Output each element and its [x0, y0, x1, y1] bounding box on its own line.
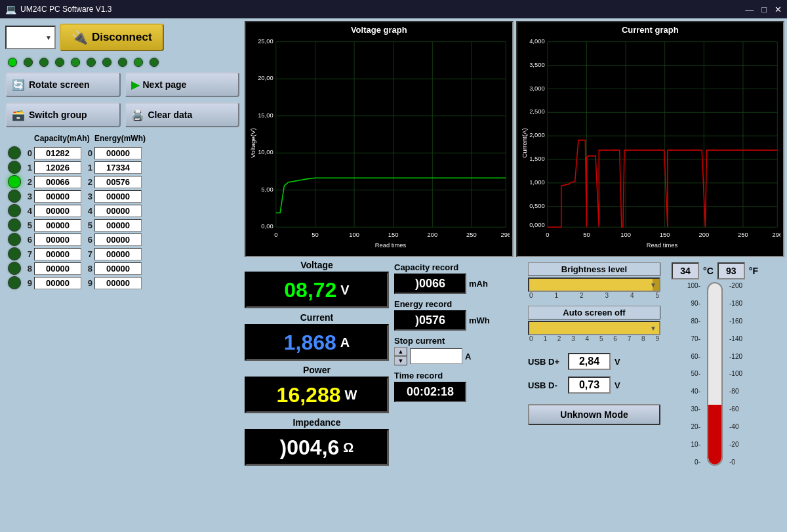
- data-row-2: 22: [5, 174, 239, 189]
- com-port-selector[interactable]: COM3 ▼: [5, 26, 56, 49]
- celsius-unit: °C: [703, 266, 714, 276]
- impedance-display: )004,6 Ω: [245, 429, 389, 466]
- time-record-value: 00:02:18: [394, 382, 466, 402]
- data-section: Capacity(mAh) Energy(mWh) 00112233445566…: [3, 131, 242, 529]
- current-display: 1,868 A: [245, 324, 389, 361]
- stop-current-input[interactable]: 0,15: [410, 348, 462, 364]
- rotate-label: Rotate screen: [29, 79, 90, 90]
- capacity-record-label: Capacity record: [394, 262, 520, 272]
- led-3: [55, 58, 64, 67]
- data-index-1: 1: [23, 163, 32, 173]
- energy-value-1[interactable]: [94, 161, 142, 174]
- brightness-slider-wrapper[interactable]: ▼ 0 1 2 3 4 5: [528, 277, 660, 299]
- capacity-value-2[interactable]: [34, 176, 81, 188]
- energy-value-6[interactable]: [94, 234, 142, 246]
- data-led-6: [8, 233, 21, 246]
- fahrenheit-value: 93: [717, 262, 745, 279]
- data-led-8: [8, 262, 21, 275]
- data-index-6: 6: [23, 235, 32, 245]
- data-index2-2: 2: [83, 177, 92, 187]
- led-8: [134, 58, 143, 67]
- bottom-panel: Voltage 08,72 V Current 1,868 A Po: [245, 260, 784, 529]
- power-label: Power: [245, 365, 389, 375]
- clear-data-button[interactable]: 🖨️ Clear data: [125, 102, 240, 127]
- thermometer-body: 100- 90- 80- 70- 60- 50- 40- 30- 20- 10-…: [687, 282, 742, 466]
- com-dropdown-arrow[interactable]: ▼: [45, 34, 52, 41]
- svg-text:Read times: Read times: [646, 241, 677, 248]
- thermo-tube-body: [707, 282, 723, 466]
- data-index2-3: 3: [83, 192, 92, 201]
- usb-dminus-value: 0,73: [568, 377, 611, 394]
- auto-screen-slider[interactable]: ▼: [528, 321, 660, 335]
- brightness-slider[interactable]: ▼: [528, 277, 660, 292]
- fahrenheit-scale: -200 -180 -160 -140 -120 -100 -80 -60 -4…: [728, 282, 742, 466]
- auto-tick-7: 7: [628, 335, 632, 342]
- svg-text:200: 200: [428, 231, 438, 238]
- rotate-screen-button[interactable]: 🔄 Rotate screen: [5, 72, 121, 97]
- svg-text:150: 150: [659, 231, 670, 238]
- data-rows-container: 00112233445566778899: [5, 146, 239, 290]
- energy-value-5[interactable]: [94, 219, 142, 232]
- title-bar-left: 💻 UM24C PC Software V1.3: [5, 4, 111, 14]
- svg-text:100: 100: [349, 231, 359, 238]
- data-row-7: 77: [5, 247, 239, 261]
- switch-group-button[interactable]: 🗃️ Switch group: [5, 102, 121, 127]
- energy-value-9[interactable]: [94, 277, 142, 289]
- energy-value-0[interactable]: [94, 147, 142, 159]
- energy-value-8[interactable]: [94, 262, 142, 275]
- brightness-tick-5: 5: [655, 292, 659, 299]
- usb-dminus-label: USB D-: [528, 380, 564, 390]
- capacity-value-4[interactable]: [34, 205, 81, 217]
- energy-value-7[interactable]: [94, 248, 142, 260]
- capacity-value-0[interactable]: [34, 147, 81, 159]
- com-port-input[interactable]: COM3: [9, 32, 45, 43]
- auto-screen-slider-wrapper[interactable]: ▼ 0 1 2 3 4 5 6 7 8 9: [528, 321, 660, 342]
- action-row-2: 🗃️ Switch group 🖨️ Clear data: [3, 101, 242, 129]
- capacity-value-5[interactable]: [34, 219, 81, 232]
- stop-current-spinbox[interactable]: ▲ ▼: [394, 347, 407, 365]
- led-row: [3, 56, 242, 68]
- svg-text:250: 250: [466, 231, 477, 238]
- svg-text:296: 296: [500, 231, 509, 238]
- brightness-label: Brightness level: [528, 262, 660, 276]
- auto-tick-5: 5: [599, 335, 603, 342]
- stop-current-block: Stop current ▲ ▼ 0,15 A: [394, 336, 520, 365]
- voltage-graph-container: Voltage graph 25,00 20,00 15,00 10,00 5,…: [245, 21, 514, 257]
- maximize-button[interactable]: □: [761, 5, 767, 14]
- unknown-mode-button[interactable]: Unknown Mode: [528, 404, 660, 425]
- graphs-row: Voltage graph 25,00 20,00 15,00 10,00 5,…: [245, 21, 784, 257]
- spin-up-button[interactable]: ▲: [394, 347, 407, 356]
- celsius-value: 34: [672, 262, 699, 279]
- capacity-value-9[interactable]: [34, 277, 81, 289]
- close-button[interactable]: ✕: [775, 5, 782, 14]
- led-1: [24, 58, 33, 67]
- voltage-display: 08,72 V: [245, 272, 389, 308]
- fahrenheit-unit: °F: [749, 266, 758, 276]
- capacity-value-6[interactable]: [34, 234, 81, 246]
- data-row-5: 55: [5, 218, 239, 232]
- capacity-value-1[interactable]: [34, 161, 81, 174]
- energy-value-4[interactable]: [94, 205, 142, 217]
- spin-down-button[interactable]: ▼: [394, 356, 407, 365]
- svg-text:4,000: 4,000: [529, 37, 545, 45]
- next-page-button[interactable]: ▶ Next page: [125, 72, 240, 97]
- capacity-value-3[interactable]: [34, 190, 81, 203]
- minimize-button[interactable]: —: [745, 5, 754, 14]
- led-2: [39, 58, 49, 67]
- svg-text:50: 50: [312, 231, 318, 238]
- energy-value-3[interactable]: [94, 190, 142, 203]
- disconnect-button[interactable]: 🔌 Disconnect: [60, 24, 164, 51]
- capacity-value-8[interactable]: [34, 262, 81, 275]
- svg-text:50: 50: [583, 231, 590, 238]
- auto-tick-2: 2: [557, 335, 561, 342]
- led-4: [71, 58, 80, 67]
- data-led-0: [8, 146, 21, 159]
- thermometer-panel: 34 °C 93 °F 100- 90- 80- 70- 60- 50- 40-: [666, 260, 764, 529]
- energy-record-unit: mWh: [469, 316, 490, 325]
- impedance-label: Impedance: [245, 417, 389, 428]
- energy-value-2[interactable]: [94, 176, 142, 188]
- title-bar-controls[interactable]: — □ ✕: [745, 5, 782, 14]
- auto-tick-4: 4: [586, 335, 590, 342]
- brightness-tick-2: 2: [580, 292, 584, 299]
- capacity-value-7[interactable]: [34, 248, 81, 260]
